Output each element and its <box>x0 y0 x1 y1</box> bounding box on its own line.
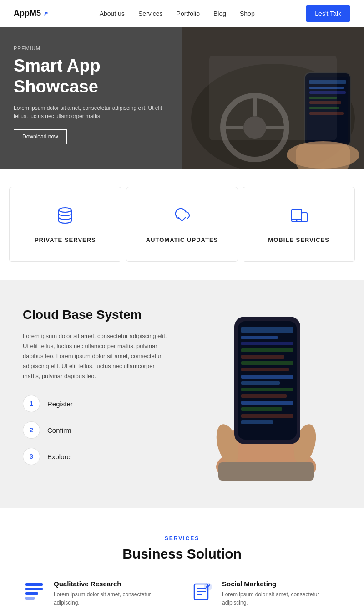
devices-icon <box>289 205 309 228</box>
cloud-download-icon <box>172 205 192 228</box>
services-title: Business Solution <box>14 546 350 562</box>
qualitative-research-title: Qualitative Research <box>54 580 173 588</box>
feature-mobile-services-label: MOBILE SERVICES <box>268 236 329 243</box>
services-section: SERVICES Business Solution Qualitative R… <box>0 508 364 615</box>
svg-rect-38 <box>241 381 280 385</box>
service-qualitative-research: Qualitative Research Lorem ipsum dolor s… <box>23 580 173 607</box>
step-3-number: 3 <box>23 448 40 465</box>
feature-automatic-updates: AUTOMATIC UPDATES <box>126 187 238 262</box>
feature-automatic-updates-label: AUTOMATIC UPDATES <box>146 236 218 243</box>
hero-image-svg <box>182 27 364 169</box>
nav-link-blog[interactable]: Blog <box>213 10 226 17</box>
hero-description: Lorem ipsum dolor sit amet, consectetur … <box>14 104 168 120</box>
svg-rect-37 <box>241 375 293 379</box>
svg-rect-41 <box>241 401 293 405</box>
phone-in-hands-container <box>200 308 332 481</box>
svg-point-18 <box>59 208 71 212</box>
svg-rect-39 <box>241 388 293 391</box>
svg-rect-15 <box>309 112 344 115</box>
cloud-right-image <box>191 308 341 481</box>
svg-rect-9 <box>309 80 346 84</box>
feature-private-servers: PRIVATE SERVERS <box>9 187 121 262</box>
svg-rect-8 <box>307 77 348 142</box>
step-2-label: Confirm <box>47 426 71 434</box>
social-marketing-text: Social Marketing Lorem ipsum dolor sit a… <box>222 580 341 607</box>
cta-button[interactable]: Les't Talk <box>306 5 350 22</box>
service-social-marketing: Social Marketing Lorem ipsum dolor sit a… <box>191 580 341 607</box>
svg-rect-13 <box>309 101 341 104</box>
phone-hands-svg <box>200 308 332 481</box>
feature-private-servers-label: PRIVATE SERVERS <box>35 236 96 243</box>
svg-rect-34 <box>241 355 284 359</box>
step-2: 2 Confirm <box>23 421 173 439</box>
svg-rect-14 <box>309 107 339 109</box>
cloud-left-content: Cloud Base System Lorem ipsum dolor sit … <box>23 308 173 465</box>
nav-link-shop[interactable]: Shop <box>240 10 255 17</box>
feature-mobile-services: MOBILE SERVICES <box>243 187 355 262</box>
svg-rect-47 <box>25 588 43 590</box>
step-2-number: 2 <box>23 421 40 439</box>
svg-rect-42 <box>241 407 282 411</box>
svg-rect-46 <box>25 583 43 586</box>
svg-point-3 <box>243 116 266 139</box>
download-button[interactable]: Download now <box>14 129 67 144</box>
steps-list: 1 Register 2 Confirm 3 Explore <box>23 395 173 465</box>
nav-link-services[interactable]: Services <box>138 10 163 17</box>
svg-rect-20 <box>292 209 302 222</box>
social-marketing-title: Social Marketing <box>222 580 341 588</box>
brand-name: AppM5 <box>14 9 41 18</box>
svg-rect-31 <box>241 336 278 339</box>
svg-rect-40 <box>241 394 287 398</box>
step-1: 1 Register <box>23 395 173 412</box>
cloud-title: Cloud Base System <box>23 308 173 322</box>
svg-rect-48 <box>25 592 38 595</box>
hero-image <box>182 27 364 169</box>
qualitative-research-icon <box>23 580 46 604</box>
social-marketing-desc: Lorem ipsum dolor sit amet, consectetur … <box>222 590 341 607</box>
nav-links: About us Services Portfolio Blog Shop <box>100 10 255 18</box>
svg-rect-10 <box>309 87 344 89</box>
hero-section: PREMIUM Smart App Showcase Lorem ipsum d… <box>0 27 364 169</box>
cloud-section: Cloud Base System Lorem ipsum dolor sit … <box>0 280 364 508</box>
hero-image-placeholder <box>182 27 364 169</box>
svg-rect-43 <box>241 414 293 418</box>
qualitative-research-desc: Lorem ipsum dolor sit amet, consectetur … <box>54 590 173 607</box>
step-1-number: 1 <box>23 395 40 412</box>
nav-link-about[interactable]: About us <box>100 10 125 17</box>
hero-text-area: PREMIUM Smart App Showcase Lorem ipsum d… <box>0 27 182 169</box>
svg-rect-32 <box>241 342 293 345</box>
navbar: AppM5 ↗ About us Services Portfolio Blog… <box>0 0 364 27</box>
nav-link-portfolio[interactable]: Portfolio <box>177 10 200 17</box>
cloud-description: Lorem ipsum dolor sit amet, consectetur … <box>23 331 173 381</box>
svg-rect-44 <box>241 420 273 424</box>
svg-rect-11 <box>309 91 346 94</box>
svg-rect-49 <box>25 597 35 600</box>
svg-rect-45 <box>218 462 314 481</box>
services-section-label: SERVICES <box>14 535 350 542</box>
brand-arrow-icon: ↗ <box>43 10 48 17</box>
features-section: PRIVATE SERVERS AUTOMATIC UPDATES MOBILE… <box>0 169 364 280</box>
svg-rect-35 <box>241 361 293 365</box>
svg-rect-21 <box>302 213 307 222</box>
database-icon <box>55 205 75 228</box>
hero-premium-label: PREMIUM <box>14 46 168 51</box>
step-3: 3 Explore <box>23 448 173 465</box>
services-grid: Qualitative Research Lorem ipsum dolor s… <box>14 580 350 607</box>
step-1-label: Register <box>47 400 73 408</box>
svg-rect-17 <box>296 144 350 169</box>
svg-rect-33 <box>241 348 293 352</box>
brand-logo[interactable]: AppM5 ↗ <box>14 9 48 18</box>
hero-title: Smart App Showcase <box>14 56 168 97</box>
svg-point-23 <box>296 220 297 222</box>
step-3-label: Explore <box>47 453 71 461</box>
svg-rect-36 <box>241 368 289 371</box>
svg-rect-30 <box>241 327 293 333</box>
svg-rect-12 <box>309 97 337 99</box>
social-marketing-icon <box>191 580 215 604</box>
qualitative-research-text: Qualitative Research Lorem ipsum dolor s… <box>54 580 173 607</box>
